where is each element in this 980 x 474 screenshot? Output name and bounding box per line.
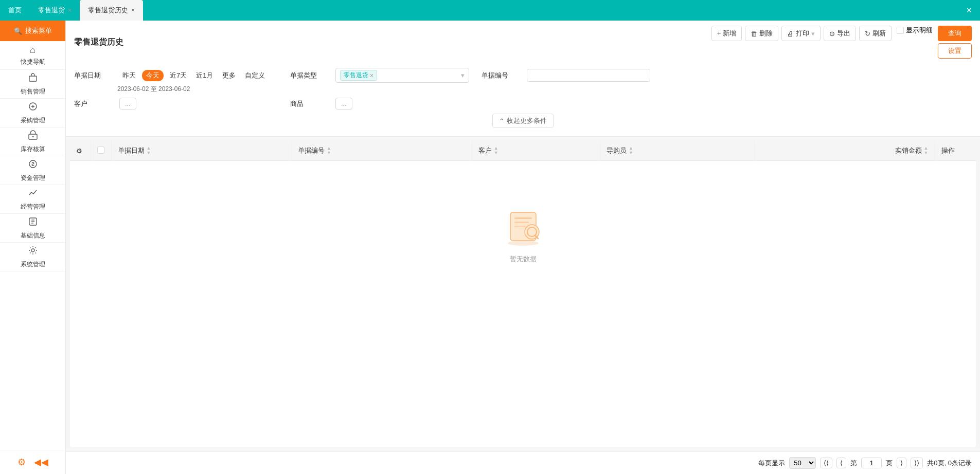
finance-icon xyxy=(28,159,38,172)
sidebar-item-quick-nav[interactable]: ⌂ 快捷导航 xyxy=(0,41,65,70)
tab-list: 首页 零售退货 × 零售退货历史 × xyxy=(0,0,958,21)
sort-date[interactable]: 单据日期 ▲▼ xyxy=(118,146,286,155)
total-info: 共0页, 0条记录 xyxy=(927,459,972,468)
page-last-btn[interactable]: ⟩⟩ xyxy=(911,458,923,468)
pagination: 每页显示 50 10 20 100 ⟨⟨ ⟨ 第 页 ⟩ ⟩⟩ 共0页, 0条记… xyxy=(66,451,980,474)
svg-rect-13 xyxy=(514,222,529,223)
date-opt-yesterday[interactable]: 昨天 xyxy=(119,70,139,81)
date-opt-custom[interactable]: 自定义 xyxy=(242,70,268,81)
volume-footer-icon[interactable]: ◀◀ xyxy=(34,457,48,468)
sort-number[interactable]: 单据编号 ▲▼ xyxy=(298,146,466,155)
query-button[interactable]: 查询 xyxy=(938,26,972,41)
sort-amount[interactable]: 实销金额 ▲▼ xyxy=(761,146,929,155)
sidebar-item-finance[interactable]: 资金管理 xyxy=(0,156,65,185)
type-select[interactable]: 零售退货 × ▾ xyxy=(335,68,469,83)
window-close-button[interactable]: × xyxy=(958,5,980,16)
svg-point-10 xyxy=(508,241,539,246)
filter-row-date-range: 2023-06-02 至 2023-06-02 xyxy=(115,85,972,94)
home-icon: ⌂ xyxy=(30,45,35,56)
sidebar-search[interactable]: 🔍 搜索菜单 xyxy=(0,21,65,41)
data-table: ⚙ 单据日期 ▲▼ 单据编号 xyxy=(70,141,976,305)
print-chevron-icon: ▾ xyxy=(811,30,815,38)
date-opt-7days[interactable]: 近7天 xyxy=(167,70,190,81)
sidebar: 🔍 搜索菜单 ⌂ 快捷导航 销售管理 采购管理 库存核算 xyxy=(0,21,66,474)
sort-amount-icon: ▲▼ xyxy=(924,146,929,155)
date-opt-1month[interactable]: 近1月 xyxy=(193,70,216,81)
number-filter-input[interactable] xyxy=(527,69,650,82)
show-detail-checkbox[interactable] xyxy=(897,27,904,34)
tab-retail-return-history-close[interactable]: × xyxy=(131,7,135,14)
date-filter-label: 单据日期 xyxy=(74,71,115,80)
settings-footer-icon[interactable]: ⚙ xyxy=(17,457,26,468)
filter-area: 单据日期 昨天 今天 近7天 近1月 更多 自定义 单据类型 xyxy=(74,64,972,136)
table-header-row: ⚙ 单据日期 ▲▼ 单据编号 xyxy=(70,141,976,161)
page-input[interactable] xyxy=(861,458,882,468)
show-detail-checkbox-group: 显示明细 xyxy=(897,26,933,35)
page-header-row: 零售退货历史 + 新增 🗑 删除 🖨 打印 ▾ xyxy=(74,26,972,59)
page-first-btn[interactable]: ⟨⟨ xyxy=(820,458,832,468)
sidebar-item-inventory[interactable]: 库存核算 xyxy=(0,127,65,156)
sort-number-icon: ▲▼ xyxy=(327,146,331,155)
collapse-chevron-icon: ⌃ xyxy=(499,117,505,125)
goods-filter-btn[interactable]: ... xyxy=(335,98,352,110)
tab-retail-return-history[interactable]: 零售退货历史 × xyxy=(80,0,143,21)
sales-icon xyxy=(28,72,38,85)
filter-date-col: 单据日期 昨天 今天 近7天 近1月 更多 自定义 xyxy=(74,70,290,81)
svg-rect-0 xyxy=(29,76,37,81)
settings-icon[interactable]: ⚙ xyxy=(76,147,82,155)
basic-info-icon xyxy=(28,216,38,229)
goods-filter-label: 商品 xyxy=(290,99,331,108)
page-next-btn[interactable]: ⟩ xyxy=(897,458,906,468)
sidebar-item-system[interactable]: 系统管理 xyxy=(0,243,65,271)
delete-icon: 🗑 xyxy=(751,30,757,38)
select-all-checkbox[interactable] xyxy=(97,147,104,154)
sort-customer-icon: ▲▼ xyxy=(494,146,498,155)
filter-number-col: 单据编号 xyxy=(482,69,650,82)
action-group-main: + 新增 🗑 删除 🖨 打印 ▾ ⊙ 导出 xyxy=(711,26,892,41)
col-settings: ⚙ xyxy=(70,141,91,161)
print-button[interactable]: 🖨 打印 ▾ xyxy=(781,26,821,41)
page-title: 零售退货历史 xyxy=(74,37,123,48)
top-bar: 首页 零售退货 × 零售退货历史 × × xyxy=(0,0,980,21)
filter-type-col: 单据类型 零售退货 × ▾ xyxy=(290,68,469,83)
page-label: 第 xyxy=(850,459,857,468)
sidebar-item-basic-info[interactable]: 基础信息 xyxy=(0,214,65,243)
sidebar-item-sales[interactable]: 销售管理 xyxy=(0,70,65,99)
filter-row-2: 客户 ... 商品 ... xyxy=(74,98,972,110)
purchase-icon xyxy=(28,101,38,114)
svg-rect-14 xyxy=(514,226,526,227)
setting-button[interactable]: 设置 xyxy=(938,43,972,59)
svg-point-9 xyxy=(31,249,34,252)
sort-guide[interactable]: 导购员 ▲▼ xyxy=(607,146,748,155)
new-button[interactable]: + 新增 xyxy=(711,26,742,41)
col-checkbox xyxy=(91,141,111,161)
query-setting-group: 查询 设置 xyxy=(938,26,972,59)
empty-text: 暂无数据 xyxy=(510,254,537,264)
per-page-select[interactable]: 50 10 20 100 xyxy=(789,457,816,469)
date-opt-today[interactable]: 今天 xyxy=(142,70,164,81)
main-layout: 🔍 搜索菜单 ⌂ 快捷导航 销售管理 采购管理 库存核算 xyxy=(0,21,980,474)
collapse-filter-btn[interactable]: ⌃ 收起更多条件 xyxy=(492,114,554,128)
tab-retail-return[interactable]: 零售退货 × xyxy=(30,0,80,21)
sidebar-item-purchase[interactable]: 采购管理 xyxy=(0,99,65,127)
sort-guide-icon: ▲▼ xyxy=(629,146,633,155)
page-prev-btn[interactable]: ⟨ xyxy=(836,458,846,468)
type-tag[interactable]: 零售退货 × xyxy=(340,70,377,81)
empty-icon xyxy=(500,202,546,248)
date-opt-more[interactable]: 更多 xyxy=(219,70,239,81)
delete-button[interactable]: 🗑 删除 xyxy=(745,26,778,41)
type-select-chevron: ▾ xyxy=(461,71,465,79)
operations-icon xyxy=(28,188,38,200)
filter-customer-col: 客户 ... xyxy=(74,98,290,110)
col-guide: 导购员 ▲▼ xyxy=(600,141,754,161)
type-tag-remove[interactable]: × xyxy=(370,72,373,79)
sort-customer[interactable]: 客户 ▲▼ xyxy=(478,146,594,155)
refresh-button[interactable]: ↻ 刷新 xyxy=(859,26,892,41)
customer-filter-btn[interactable]: ... xyxy=(119,98,136,110)
empty-state-row: 暂无数据 xyxy=(70,161,976,305)
sidebar-item-operations[interactable]: 经营管理 xyxy=(0,185,65,214)
tab-retail-return-close[interactable]: × xyxy=(68,7,72,14)
tab-home[interactable]: 首页 xyxy=(0,0,30,21)
inventory-icon xyxy=(28,130,38,143)
export-button[interactable]: ⊙ 导出 xyxy=(824,26,856,41)
